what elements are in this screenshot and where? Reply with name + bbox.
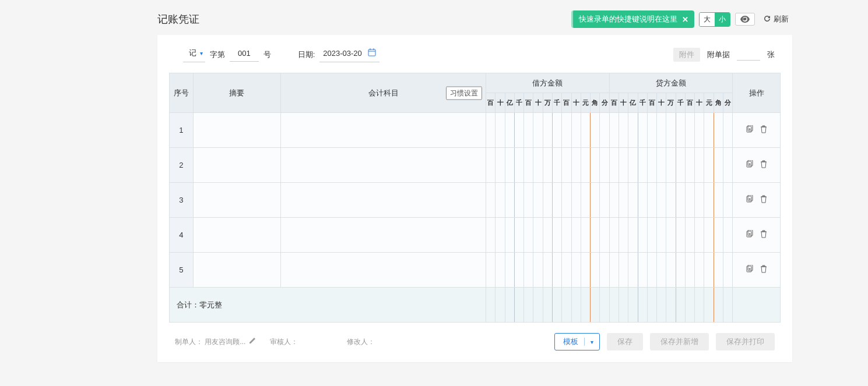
- account-cell[interactable]: [281, 113, 486, 148]
- amount-digit-cell[interactable]: [666, 183, 676, 218]
- summary-input[interactable]: [194, 113, 281, 147]
- amount-digit-cell[interactable]: [543, 218, 552, 253]
- amount-digit-cell[interactable]: [723, 218, 732, 253]
- amount-digit-cell[interactable]: [638, 253, 647, 288]
- eye-icon[interactable]: [735, 13, 755, 26]
- delete-row-icon[interactable]: [760, 230, 768, 240]
- amount-digit-cell[interactable]: [543, 113, 552, 148]
- amount-digit-cell[interactable]: [514, 113, 523, 148]
- delete-row-icon[interactable]: [760, 265, 768, 275]
- amount-digit-cell[interactable]: [676, 253, 685, 288]
- delete-row-icon[interactable]: [760, 125, 768, 135]
- amount-digit-cell[interactable]: [552, 218, 561, 253]
- amount-digit-cell[interactable]: [562, 218, 571, 253]
- delete-row-icon[interactable]: [760, 195, 768, 205]
- amount-digit-cell[interactable]: [695, 113, 704, 148]
- amount-digit-cell[interactable]: [533, 148, 543, 183]
- amount-digit-cell[interactable]: [581, 253, 590, 288]
- account-cell[interactable]: [281, 183, 486, 218]
- amount-digit-cell[interactable]: [524, 183, 533, 218]
- amount-digit-cell[interactable]: [647, 253, 656, 288]
- amount-digit-cell[interactable]: [562, 183, 571, 218]
- amount-digit-cell[interactable]: [685, 253, 694, 288]
- amount-digit-cell[interactable]: [714, 148, 723, 183]
- size-large-button[interactable]: 大: [700, 13, 715, 26]
- amount-digit-cell[interactable]: [666, 113, 676, 148]
- save-button[interactable]: 保存: [607, 333, 643, 350]
- amount-digit-cell[interactable]: [591, 183, 600, 218]
- amount-digit-cell[interactable]: [714, 218, 723, 253]
- amount-digit-cell[interactable]: [647, 218, 656, 253]
- amount-digit-cell[interactable]: [600, 218, 609, 253]
- voucher-type-select[interactable]: 记 ▾: [183, 47, 205, 62]
- amount-digit-cell[interactable]: [657, 113, 666, 148]
- amount-digit-cell[interactable]: [524, 148, 533, 183]
- amount-digit-cell[interactable]: [695, 218, 704, 253]
- amount-digit-cell[interactable]: [685, 218, 694, 253]
- close-icon[interactable]: ✕: [682, 15, 688, 24]
- save-and-new-button[interactable]: 保存并新增: [650, 333, 709, 350]
- amount-digit-cell[interactable]: [533, 183, 543, 218]
- amount-digit-cell[interactable]: [533, 113, 543, 148]
- amount-digit-cell[interactable]: [562, 253, 571, 288]
- size-small-button[interactable]: 小: [715, 13, 730, 26]
- refresh-button[interactable]: 刷新: [760, 12, 792, 27]
- copy-row-icon[interactable]: [746, 160, 754, 170]
- amount-digit-cell[interactable]: [543, 148, 552, 183]
- amount-digit-cell[interactable]: [695, 253, 704, 288]
- amount-digit-cell[interactable]: [666, 218, 676, 253]
- amount-digit-cell[interactable]: [676, 218, 685, 253]
- amount-digit-cell[interactable]: [619, 113, 628, 148]
- amount-digit-cell[interactable]: [685, 148, 694, 183]
- amount-digit-cell[interactable]: [609, 113, 619, 148]
- copy-row-icon[interactable]: [746, 265, 754, 275]
- amount-digit-cell[interactable]: [628, 148, 638, 183]
- amount-digit-cell[interactable]: [647, 148, 656, 183]
- save-and-print-button[interactable]: 保存并打印: [716, 333, 775, 350]
- amount-digit-cell[interactable]: [514, 253, 523, 288]
- amount-digit-cell[interactable]: [543, 183, 552, 218]
- amount-digit-cell[interactable]: [704, 183, 714, 218]
- amount-digit-cell[interactable]: [505, 253, 514, 288]
- amount-digit-cell[interactable]: [657, 218, 666, 253]
- amount-digit-cell[interactable]: [581, 148, 590, 183]
- amount-digit-cell[interactable]: [685, 183, 694, 218]
- amount-digit-cell[interactable]: [609, 218, 619, 253]
- amount-digit-cell[interactable]: [600, 253, 609, 288]
- amount-digit-cell[interactable]: [552, 148, 561, 183]
- amount-digit-cell[interactable]: [496, 113, 505, 148]
- amount-digit-cell[interactable]: [581, 183, 590, 218]
- amount-digit-cell[interactable]: [657, 253, 666, 288]
- amount-digit-cell[interactable]: [609, 148, 619, 183]
- amount-digit-cell[interactable]: [619, 183, 628, 218]
- amount-digit-cell[interactable]: [571, 253, 581, 288]
- amount-digit-cell[interactable]: [505, 218, 514, 253]
- amount-digit-cell[interactable]: [591, 218, 600, 253]
- amount-digit-cell[interactable]: [496, 218, 505, 253]
- amount-digit-cell[interactable]: [619, 148, 628, 183]
- summary-cell[interactable]: [193, 148, 281, 183]
- amount-digit-cell[interactable]: [704, 113, 714, 148]
- amount-digit-cell[interactable]: [685, 113, 694, 148]
- date-picker[interactable]: 2023-03-20: [319, 47, 379, 62]
- amount-digit-cell[interactable]: [638, 148, 647, 183]
- amount-digit-cell[interactable]: [591, 148, 600, 183]
- amount-digit-cell[interactable]: [496, 183, 505, 218]
- amount-digit-cell[interactable]: [552, 113, 561, 148]
- amount-digit-cell[interactable]: [666, 148, 676, 183]
- amount-digit-cell[interactable]: [647, 113, 656, 148]
- amount-digit-cell[interactable]: [657, 148, 666, 183]
- copy-row-icon[interactable]: [746, 230, 754, 240]
- amount-digit-cell[interactable]: [486, 113, 496, 148]
- amount-digit-cell[interactable]: [609, 183, 619, 218]
- amount-digit-cell[interactable]: [505, 148, 514, 183]
- amount-digit-cell[interactable]: [676, 148, 685, 183]
- amount-digit-cell[interactable]: [552, 253, 561, 288]
- amount-digit-cell[interactable]: [486, 218, 496, 253]
- summary-cell[interactable]: [193, 183, 281, 218]
- amount-digit-cell[interactable]: [591, 253, 600, 288]
- amount-digit-cell[interactable]: [723, 183, 732, 218]
- amount-digit-cell[interactable]: [723, 253, 732, 288]
- amount-digit-cell[interactable]: [657, 183, 666, 218]
- amount-digit-cell[interactable]: [514, 148, 523, 183]
